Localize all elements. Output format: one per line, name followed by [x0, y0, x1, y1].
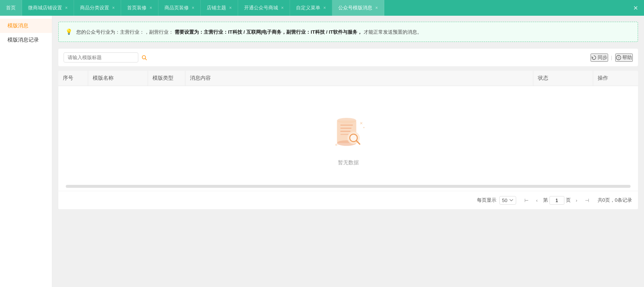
col-content: 消息内容 — [185, 71, 533, 86]
main-layout: 模版消息 模版消息记录 💡 您的公众号行业为：主营行业：，副营行业： 需要设置为… — [0, 16, 644, 287]
notice-banner: 💡 您的公众号行业为：主营行业：，副营行业： 需要设置为：主营行业：IT科技 /… — [58, 22, 638, 42]
top-nav: 首页 微商城店铺设置 × 商品分类设置 × 首页装修 × 商品页装修 × 店铺主… — [0, 0, 644, 16]
tab-custom-menu[interactable]: 自定义菜单 × — [290, 0, 332, 16]
help-button[interactable]: ? 帮助 — [615, 54, 633, 62]
first-page-button[interactable]: ⊢ — [522, 196, 531, 205]
pagination: 每页显示 50 ⊢ ‹ 第 页 › ⊣ 共0页，0条记录 — [58, 191, 638, 209]
notice-prefix: 您的公众号行业为：主营行业：，副营行业： — [76, 29, 173, 35]
svg-point-17 — [363, 127, 364, 128]
close-icon[interactable]: × — [150, 5, 152, 10]
tab-shop-theme[interactable]: 店铺主题 × — [201, 0, 238, 16]
close-icon[interactable]: × — [192, 5, 194, 10]
tab-product-decor[interactable]: 商品页装修 × — [158, 0, 201, 16]
search-button[interactable] — [141, 55, 147, 61]
tab-homepage-decor[interactable]: 首页装修 × — [121, 0, 158, 16]
col-name: 模版名称 — [88, 71, 148, 86]
empty-illustration — [326, 109, 371, 153]
table-header: 序号 模版名称 模版类型 消息内容 状态 操作 — [58, 71, 638, 86]
col-status: 状态 — [533, 71, 593, 86]
close-icon[interactable]: × — [229, 5, 232, 10]
col-type: 模版类型 — [148, 71, 185, 86]
empty-state: 暂无数据 — [58, 86, 638, 181]
empty-text: 暂无数据 — [338, 159, 359, 166]
notice-icon: 💡 — [65, 28, 73, 35]
help-icon: ? — [616, 55, 621, 60]
per-page-label: 每页显示 — [477, 197, 496, 204]
next-page-button[interactable]: › — [572, 196, 581, 205]
page-prefix: 第 — [543, 197, 548, 204]
content-area: 💡 您的公众号行业为：主营行业：，副营行业： 需要设置为：主营行业：IT科技 /… — [52, 16, 644, 287]
svg-text:?: ? — [617, 56, 619, 60]
close-icon[interactable]: × — [65, 5, 68, 10]
page-input[interactable] — [549, 196, 564, 205]
page-nav: ⊢ ‹ 第 页 › ⊣ — [522, 196, 592, 205]
close-icon[interactable]: × — [281, 5, 284, 10]
col-action: 操作 — [593, 71, 638, 86]
tab-category-settings[interactable]: 商品分类设置 × — [74, 0, 121, 16]
close-icon[interactable]: × — [112, 5, 115, 10]
close-icon[interactable]: × — [323, 5, 326, 10]
tab-template-message[interactable]: 公众号模版消息 × — [332, 0, 384, 16]
search-input[interactable] — [64, 52, 138, 62]
last-page-button[interactable]: ⊣ — [583, 196, 592, 205]
sync-button[interactable]: 同步 — [591, 54, 608, 62]
notice-highlight: 需要设置为：主营行业：IT科技 / 互联网|电子商务，副营行业：IT科技 / I… — [175, 29, 362, 35]
tab-home[interactable]: 首页 — [0, 0, 22, 16]
search-bar: 同步 | ? 帮助 — [58, 49, 638, 66]
sync-icon — [591, 55, 597, 60]
search-left — [64, 52, 147, 62]
scrollbar-area — [58, 182, 638, 191]
tab-shop-settings[interactable]: 微商城店铺设置 × — [22, 0, 74, 16]
sidebar-item-template-message-log[interactable]: 模版消息记录 — [0, 33, 52, 47]
search-icon — [141, 55, 147, 61]
col-index: 序号 — [58, 71, 88, 86]
sidebar-item-template-message[interactable]: 模版消息 — [0, 19, 52, 33]
global-close-button[interactable]: ✕ — [633, 4, 638, 12]
divider: | — [611, 55, 612, 60]
total-info: 共0页，0条记录 — [598, 197, 632, 204]
close-icon[interactable]: × — [375, 5, 378, 10]
sidebar: 模版消息 模版消息记录 — [0, 16, 52, 287]
notice-suffix: 才能正常发送预置的消息。 — [364, 29, 422, 35]
search-right: 同步 | ? 帮助 — [591, 54, 633, 62]
per-page-select[interactable]: 50 — [499, 196, 516, 205]
page-suffix: 页 — [566, 197, 571, 204]
horizontal-scrollbar[interactable] — [66, 185, 631, 188]
tab-open-mall[interactable]: 开通公众号商城 × — [238, 0, 290, 16]
chevron-down-icon — [509, 198, 514, 202]
svg-point-18 — [335, 144, 337, 146]
prev-page-button[interactable]: ‹ — [533, 196, 542, 205]
svg-line-1 — [145, 58, 147, 60]
table-container: 序号 模版名称 模版类型 消息内容 状态 操作 — [58, 71, 638, 209]
